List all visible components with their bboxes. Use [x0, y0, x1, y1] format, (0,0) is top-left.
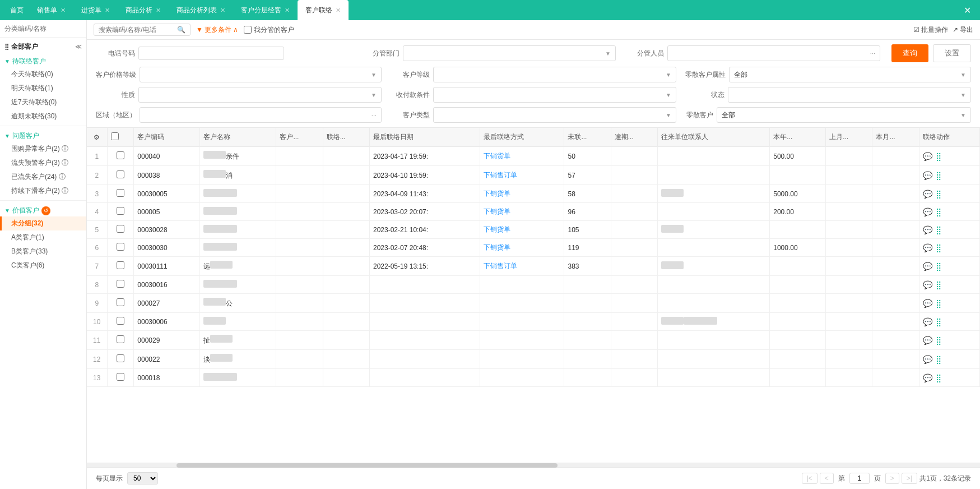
- nature-select[interactable]: ▼: [138, 87, 382, 103]
- method-link[interactable]: 下销货单: [484, 152, 510, 160]
- message-icon[interactable]: 💬: [923, 355, 932, 364]
- name-column-header[interactable]: 客户名称: [199, 128, 276, 147]
- row-checkbox[interactable]: [117, 298, 124, 306]
- batch-operation-btn[interactable]: ☑ 批量操作: [913, 25, 948, 35]
- message-icon[interactable]: 💬: [923, 152, 932, 161]
- dept-select[interactable]: ▼: [403, 45, 616, 61]
- grid-action-icon[interactable]: ⣿: [936, 152, 941, 161]
- tab-customer-tier-close[interactable]: ✕: [285, 7, 290, 14]
- row-checkbox[interactable]: [117, 170, 124, 178]
- row-checkbox[interactable]: [117, 261, 124, 269]
- manager-select[interactable]: ···: [667, 45, 880, 61]
- price-grade-select[interactable]: ▼: [140, 67, 382, 82]
- query-button[interactable]: 查询: [891, 44, 928, 62]
- phone-input[interactable]: [138, 47, 284, 60]
- tab-analysis[interactable]: 商品分析 ✕: [118, 0, 169, 20]
- reset-button[interactable]: 设置: [933, 44, 971, 62]
- retail-attr-select[interactable]: 全部 ▼: [729, 67, 971, 82]
- grid-action-icon[interactable]: ⣿: [936, 171, 941, 180]
- code-column-header[interactable]: 客户编码: [134, 128, 200, 147]
- select-all-checkbox[interactable]: [111, 132, 119, 140]
- message-icon[interactable]: 💬: [923, 171, 932, 180]
- region-more[interactable]: ···: [371, 112, 377, 118]
- sidebar-item-c-class[interactable]: C类客户(6): [0, 259, 86, 273]
- sidebar-item-churn-warning[interactable]: 流失预警客户(3) ⓘ: [0, 156, 86, 170]
- message-icon[interactable]: 💬: [923, 262, 932, 271]
- grid-action-icon[interactable]: ⣿: [936, 336, 941, 345]
- this-year-col-header[interactable]: 本年...: [770, 128, 826, 147]
- row-checkbox[interactable]: [117, 189, 124, 197]
- sidebar-item-a-class[interactable]: A类客户(1): [0, 230, 86, 245]
- grid-action-icon[interactable]: ⣿: [936, 225, 941, 234]
- method-link[interactable]: 下销货单: [484, 243, 510, 251]
- tab-sales-close[interactable]: ✕: [61, 7, 66, 14]
- method-link[interactable]: 下销货单: [484, 190, 510, 197]
- horizontal-scrollbar[interactable]: [87, 463, 980, 467]
- tab-analysis-list-close[interactable]: ✕: [220, 7, 225, 14]
- my-customers-checkbox[interactable]: [244, 26, 252, 34]
- row-checkbox[interactable]: [117, 354, 124, 362]
- payment-select[interactable]: ▼: [433, 87, 676, 103]
- my-customers-checkbox-label[interactable]: 我分管的客户: [244, 25, 294, 35]
- prev-page-btn[interactable]: <: [820, 473, 834, 484]
- method-link[interactable]: 下销货单: [484, 225, 510, 233]
- row-checkbox[interactable]: [117, 243, 124, 251]
- first-page-btn[interactable]: |<: [802, 473, 818, 484]
- method-link[interactable]: 下销售订单: [484, 262, 517, 270]
- tab-customer-contact[interactable]: 客户联络 ✕: [298, 0, 349, 20]
- region-select[interactable]: ···: [140, 107, 382, 123]
- message-icon[interactable]: 💬: [923, 207, 932, 216]
- search-input[interactable]: [99, 26, 177, 34]
- sidebar-item-tomorrow[interactable]: 明天待联络(1): [0, 81, 86, 95]
- sidebar-item-today[interactable]: 今天待联络(0): [0, 67, 86, 81]
- row-checkbox[interactable]: [117, 225, 124, 233]
- search-submit-icon[interactable]: 🔍: [177, 26, 185, 34]
- message-icon[interactable]: 💬: [923, 243, 932, 252]
- row-checkbox[interactable]: [117, 280, 124, 288]
- grid-action-icon[interactable]: ⣿: [936, 317, 941, 326]
- sidebar-item-declining[interactable]: 持续下滑客户(2) ⓘ: [0, 184, 86, 198]
- message-icon[interactable]: 💬: [923, 299, 932, 308]
- message-icon[interactable]: 💬: [923, 317, 932, 326]
- tab-customer-contact-close[interactable]: ✕: [336, 7, 341, 14]
- partner-contact-col-header[interactable]: 往来单位联系人: [658, 128, 770, 147]
- scrollbar-thumb[interactable]: [177, 463, 558, 468]
- method-link[interactable]: 下销货单: [484, 207, 510, 215]
- page-number-input[interactable]: [849, 473, 870, 484]
- tab-customer-tier[interactable]: 客户分层经客 ✕: [233, 0, 298, 20]
- message-icon[interactable]: 💬: [923, 336, 932, 345]
- row-checkbox[interactable]: [117, 373, 124, 381]
- uncontact-col-header[interactable]: 未联...: [564, 128, 611, 147]
- last-month-col-header[interactable]: 上月...: [826, 128, 872, 147]
- tab-home[interactable]: 首页: [4, 0, 29, 20]
- page-size-select[interactable]: 50 100 200: [127, 472, 158, 485]
- grid-action-icon[interactable]: ⣿: [936, 373, 941, 382]
- group-problem-customers[interactable]: ▼ 问题客户: [0, 128, 86, 142]
- grid-action-icon[interactable]: ⣿: [936, 355, 941, 364]
- sidebar-item-overdue[interactable]: 逾期未联络(30): [0, 109, 86, 123]
- message-icon[interactable]: 💬: [923, 190, 932, 199]
- message-icon[interactable]: 💬: [923, 280, 932, 289]
- this-month-col-header[interactable]: 本月...: [872, 128, 919, 147]
- collapse-icon[interactable]: ≪: [75, 43, 82, 50]
- customer-type-select[interactable]: ▼: [433, 107, 676, 123]
- grid-action-icon[interactable]: ⣿: [936, 280, 941, 289]
- last-method-col-header[interactable]: 最后联络方式: [480, 128, 564, 147]
- sidebar-item-b-class[interactable]: B类客户(33): [0, 245, 86, 259]
- tab-purchase[interactable]: 进货单 ✕: [73, 0, 118, 20]
- sidebar-item-7days[interactable]: 近7天待联络(0): [0, 95, 86, 109]
- grid-action-icon[interactable]: ⣿: [936, 190, 941, 199]
- last-date-col-header[interactable]: 最后联络日期: [370, 128, 480, 147]
- grid-action-icon[interactable]: ⣿: [936, 262, 941, 271]
- window-close-button[interactable]: ✕: [959, 5, 976, 16]
- group-value-customers[interactable]: ▼ 价值客户 ↺: [0, 203, 86, 216]
- all-customers-header[interactable]: ⣿ 全部客户 ≪: [0, 38, 86, 54]
- next-page-btn[interactable]: >: [885, 473, 899, 484]
- sidebar-item-hoarding[interactable]: 囤购异常客户(2) ⓘ: [0, 142, 86, 156]
- status-select[interactable]: ▼: [728, 87, 971, 103]
- customer-type-col-header[interactable]: 客户...: [276, 128, 323, 147]
- group-pending-contact[interactable]: ▼ 待联络客户: [0, 54, 86, 67]
- row-checkbox[interactable]: [117, 151, 124, 159]
- message-icon[interactable]: 💬: [923, 225, 932, 234]
- sidebar-item-ungroup[interactable]: 未分组(32): [0, 216, 86, 230]
